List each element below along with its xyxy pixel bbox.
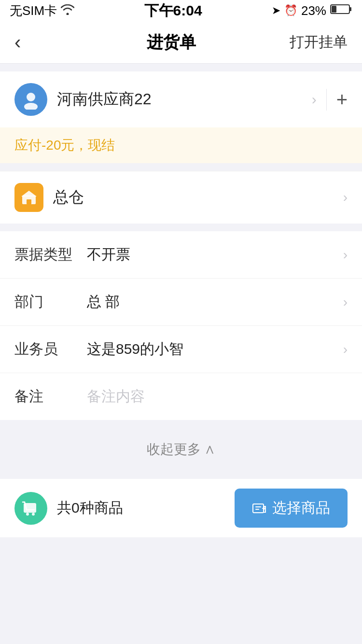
collapse-label: 收起更多 ∧ [147,442,216,457]
dept-value: 总 部 [87,292,343,312]
nav-bar: ‹ 进货单 打开挂单 [0,21,362,64]
svg-rect-7 [27,199,31,204]
open-pending-button[interactable]: 打开挂单 [290,32,348,52]
invoice-value: 不开票 [87,245,343,265]
dept-chevron-icon: › [343,294,348,310]
svg-rect-11 [253,504,264,513]
salesman-chevron-icon: › [343,342,348,357]
product-count-label: 共0种商品 [57,498,225,518]
alarm-icon: ⏰ [284,4,297,17]
svg-point-3 [27,93,35,101]
svg-rect-2 [332,6,336,13]
page-title: 进货单 [147,31,196,54]
warehouse-row[interactable]: 总仓 › [0,171,362,224]
svg-marker-6 [21,191,37,196]
svg-point-9 [26,513,29,516]
invoice-row[interactable]: 票据类型 不开票 › [0,231,362,279]
select-goods-button[interactable]: 选择商品 [235,489,348,528]
supplier-row[interactable]: 河南供应商22 › + [0,71,362,127]
svg-point-10 [32,513,35,516]
warehouse-section: 总仓 › [0,171,362,224]
supplier-avatar [14,83,47,116]
empty-gray-area [0,537,362,644]
notice-bar: 应付-20元，现结 [0,127,362,163]
status-left: 无SIM卡 [10,2,74,19]
salesman-value: 这是859的小智 [87,339,343,359]
status-right: ➤ ⏰ 23% [272,3,352,18]
main-content: 河南供应商22 › + 应付-20元，现结 总仓 › 票据类型 不开票 [0,71,362,644]
invoice-chevron-icon: › [343,247,348,263]
add-supplier-button[interactable]: + [326,89,348,111]
status-time: 下午6:04 [144,1,202,21]
warehouse-icon [14,183,43,212]
back-button[interactable]: ‹ [14,31,53,53]
warehouse-name: 总仓 [53,187,343,208]
wifi-icon [61,3,74,18]
warehouse-chevron-icon: › [343,190,348,205]
supplier-name: 河南供应商22 [57,89,312,110]
collapse-row[interactable]: 收起更多 ∧ [0,428,362,471]
location-icon: ➤ [272,4,280,17]
supplier-chevron-icon: › [312,91,317,108]
remark-input[interactable]: 备注内容 [87,387,348,406]
carrier-label: 无SIM卡 [10,2,57,19]
select-goods-label: 选择商品 [272,498,330,518]
dept-row[interactable]: 部门 总 部 › [0,279,362,326]
battery-icon [330,3,352,18]
salesman-label: 业务员 [14,339,82,359]
invoice-label: 票据类型 [14,245,82,265]
status-bar: 无SIM卡 下午6:04 ➤ ⏰ 23% [0,0,362,21]
remark-row[interactable]: 备注 备注内容 [0,373,362,420]
bottom-bar: 共0种商品 选择商品 [0,479,362,537]
notice-text: 应付-20元，现结 [14,138,115,153]
form-section: 票据类型 不开票 › 部门 总 部 › 业务员 这是859的小智 › 备注 备注… [0,231,362,420]
svg-point-4 [24,103,38,110]
salesman-row[interactable]: 业务员 这是859的小智 › [0,326,362,373]
select-goods-icon [252,501,266,516]
cart-icon [14,492,47,525]
svg-rect-1 [349,7,351,11]
remark-label: 备注 [14,387,82,406]
dept-label: 部门 [14,292,82,312]
supplier-section: 河南供应商22 › + 应付-20元，现结 [0,71,362,163]
battery-label: 23% [301,3,326,18]
